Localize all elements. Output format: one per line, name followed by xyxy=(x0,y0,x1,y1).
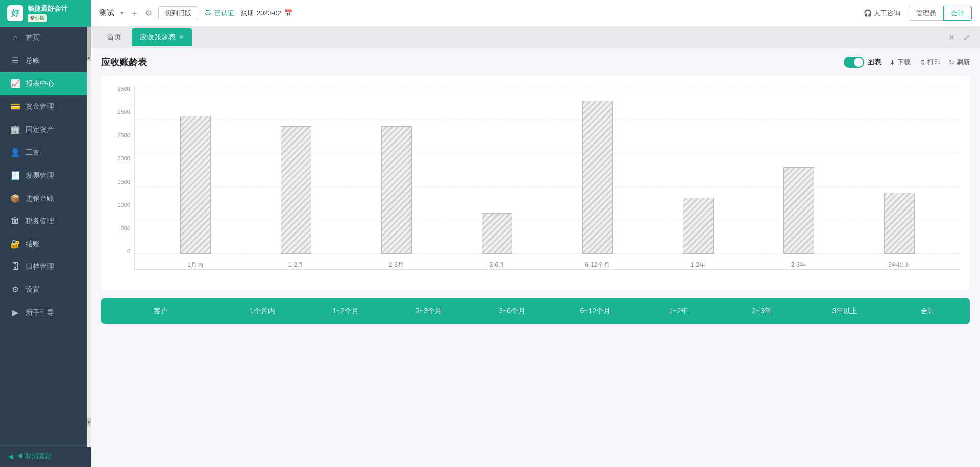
sidebar-item-inventory[interactable]: 📦 进销台账 xyxy=(0,187,91,210)
bar-2-3y xyxy=(783,167,814,254)
th-1m: 1个月内 xyxy=(221,298,304,324)
sidebar-item-ledger[interactable]: ☰ 总账 xyxy=(0,49,91,72)
closing-icon: 🔐 xyxy=(10,239,20,249)
sidebar-logo: 好 畅捷通好会计 专业版 xyxy=(0,0,91,27)
bar-group-3y-plus xyxy=(884,193,915,254)
sidebar-item-tax[interactable]: 🏛 税务管理 xyxy=(0,210,91,232)
sidebar-item-label: 归档管理 xyxy=(26,262,54,271)
topbar-right: 🎧 人工咨询 管理员 会计 xyxy=(864,6,972,21)
x-axis-labels: 1月内 1-2月 2-3月 3-6月 6-12个月 1-2年 2-3年 3年以上 xyxy=(135,261,960,269)
x-label-3-6m: 3-6月 xyxy=(482,261,512,269)
bar-group-3-6m xyxy=(482,213,512,254)
sidebar-item-archive[interactable]: 🗄 归档管理 xyxy=(0,255,91,278)
user-role-group: 管理员 会计 xyxy=(909,6,972,21)
sidebar-item-label: 发票管理 xyxy=(26,171,54,180)
tab-close-icon[interactable]: ✕ xyxy=(179,34,184,41)
scroll-down-arrow[interactable]: ▼ xyxy=(87,418,91,426)
home-icon: ⌂ xyxy=(10,33,20,42)
inventory-icon: 📦 xyxy=(10,194,20,203)
main-area: 测试 ▾ ＋ ⚙ 切到旧版 🛡 已认证 账期 2023-02 📅 🎧 人工咨询 … xyxy=(91,0,980,467)
calendar-icon[interactable]: 📅 xyxy=(284,9,292,17)
th-2-3y: 2~3年 xyxy=(720,298,803,324)
support-label: 人工咨询 xyxy=(874,9,900,18)
bar-6-12m xyxy=(582,101,613,254)
tab-ar-aging-label: 应收账龄表 xyxy=(140,33,176,42)
tab-ar-aging[interactable]: 应收账龄表 ✕ xyxy=(132,28,192,46)
sidebar-item-label: 工资 xyxy=(26,148,40,157)
x-label-1-2y: 1-2年 xyxy=(683,261,714,269)
sidebar-item-invoice[interactable]: 🧾 发票管理 xyxy=(0,164,91,187)
certified-badge: 🛡 已认证 xyxy=(204,9,234,18)
th-1-2m: 1~2个月 xyxy=(304,298,387,324)
page-header: 应收账龄表 图表 ⬇ 下载 🖨 打印 xyxy=(101,56,970,68)
period-info: 账期 2023-02 📅 xyxy=(240,9,292,18)
refresh-button[interactable]: ↻ 刷新 xyxy=(949,58,970,67)
settings-gear-icon[interactable]: ⚙ xyxy=(145,8,152,18)
settings-icon: ⚙ xyxy=(10,285,20,294)
toggle-control[interactable] xyxy=(844,57,864,68)
period-label: 账期 xyxy=(240,9,254,18)
sidebar-item-reports[interactable]: 📈 报表中心 xyxy=(0,72,91,95)
sidebar: 好 畅捷通好会计 专业版 ⌂ 首页 ☰ 总账 📈 报表中心 💳 资金管理 🏢 固… xyxy=(0,0,91,467)
refresh-label: 刷新 xyxy=(957,58,970,67)
tab-actions: ✕ ⤢ xyxy=(946,31,972,44)
old-version-button[interactable]: 切到旧版 xyxy=(158,6,198,20)
unpin-label: ◀ 取消固定 xyxy=(16,452,52,461)
y-label-1500: 1500 xyxy=(111,179,134,185)
bars-area xyxy=(135,86,960,254)
bar-group-2-3y xyxy=(783,167,814,254)
tab-home[interactable]: 首页 xyxy=(99,28,130,46)
accountant-button[interactable]: 会计 xyxy=(943,6,972,21)
y-label-1000: 1000 xyxy=(111,202,134,208)
y-label-500: 500 xyxy=(111,225,134,231)
chart-toggle[interactable]: 图表 xyxy=(844,57,881,68)
bar-1-2m xyxy=(281,126,311,254)
y-label-2500b: 2500 xyxy=(111,109,134,115)
admin-button[interactable]: 管理员 xyxy=(909,6,944,21)
expand-icon[interactable]: ⤢ xyxy=(961,31,972,44)
dropdown-chevron-icon[interactable]: ▾ xyxy=(120,10,124,17)
bar-group-1m xyxy=(180,116,211,254)
x-label-6-12m: 6-12个月 xyxy=(582,261,613,269)
download-label: 下载 xyxy=(897,58,911,67)
sidebar-item-funds[interactable]: 💳 资金管理 xyxy=(0,95,91,118)
toggle-knob xyxy=(854,58,863,67)
add-tab-button[interactable]: ＋ xyxy=(130,7,139,19)
sidebar-item-home[interactable]: ⌂ 首页 xyxy=(0,27,91,49)
bar-group-1-2m xyxy=(281,126,311,254)
print-button[interactable]: 🖨 打印 xyxy=(919,58,941,67)
x-label-1m: 1月内 xyxy=(180,261,211,269)
sidebar-item-label: 报表中心 xyxy=(26,79,54,88)
sidebar-item-label: 设置 xyxy=(26,285,40,294)
download-button[interactable]: ⬇ 下载 xyxy=(890,58,911,67)
sidebar-item-assets[interactable]: 🏢 固定资产 xyxy=(0,118,91,141)
sidebar-item-label: 税务管理 xyxy=(26,217,54,226)
support-link[interactable]: 🎧 人工咨询 xyxy=(864,9,900,18)
x-label-2-3m: 2-3月 xyxy=(381,261,412,269)
sidebar-unpin-button[interactable]: ◀ ◀ 取消固定 xyxy=(0,445,91,467)
topbar-title: 测试 xyxy=(99,8,114,18)
page-content: 应收账龄表 图表 ⬇ 下载 🖨 打印 xyxy=(91,48,980,467)
sidebar-item-salary[interactable]: 👤 工资 xyxy=(0,141,91,164)
x-label-3y-plus: 3年以上 xyxy=(884,261,915,269)
certified-label: 已认证 xyxy=(214,9,234,18)
shield-icon: 🛡 xyxy=(204,9,212,18)
sidebar-item-guide[interactable]: ▶ 新手引导 xyxy=(0,301,91,324)
sidebar-nav: ⌂ 首页 ☰ 总账 📈 报表中心 💳 资金管理 🏢 固定资产 👤 工资 🧾 发票… xyxy=(0,27,91,445)
page-title: 应收账龄表 xyxy=(101,56,147,68)
sidebar-item-settings[interactable]: ⚙ 设置 xyxy=(0,278,91,301)
sidebar-scrollbar[interactable]: ▲ ▼ xyxy=(87,27,91,447)
close-window-icon[interactable]: ✕ xyxy=(946,31,957,44)
bar-1-2y xyxy=(683,198,714,254)
chart-container: 0 500 1000 1500 2000 2500 2500 2500 xyxy=(101,76,970,290)
th-2-3m: 2~3个月 xyxy=(387,298,471,324)
sidebar-item-label: 结账 xyxy=(26,240,40,249)
print-label: 打印 xyxy=(927,58,941,67)
sidebar-item-label: 新手引导 xyxy=(26,308,54,317)
sidebar-item-closing[interactable]: 🔐 结账 xyxy=(0,232,91,255)
chart-plot: 1月内 1-2月 2-3月 3-6月 6-12个月 1-2年 2-3年 3年以上 xyxy=(134,86,960,270)
period-value[interactable]: 2023-02 xyxy=(257,9,281,17)
scrollbar-thumb[interactable] xyxy=(87,27,91,57)
th-1-2y: 1~2年 xyxy=(637,298,720,324)
refresh-icon: ↻ xyxy=(949,59,954,66)
